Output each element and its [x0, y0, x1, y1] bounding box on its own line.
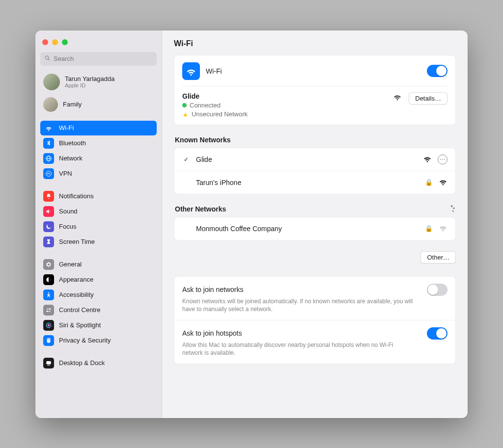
svg-point-10 [49, 311, 50, 312]
sidebar-item-sound[interactable]: Sound [40, 204, 157, 219]
sidebar-item-privacy[interactable]: Privacy & Security [40, 333, 157, 348]
svg-point-13 [48, 324, 50, 326]
svg-rect-15 [47, 365, 50, 365]
settings-window: Tarun Yarlagadda Apple ID Family Wi-Fi B… [35, 30, 468, 418]
sidebar-item-vpn[interactable]: VPN [40, 166, 157, 181]
network-name: Tarun's iPhone [196, 179, 241, 186]
setting-description: Allow this Mac to automatically discover… [182, 341, 413, 357]
network-name: Monmouth Coffee Company [196, 225, 282, 233]
family-avatar [43, 97, 58, 112]
svg-point-8 [47, 308, 48, 309]
family-label: Family [63, 101, 82, 108]
search-field[interactable] [40, 52, 157, 66]
sidebar-item-label: Accessibility [59, 291, 94, 298]
ask-join-hotspots-toggle[interactable] [427, 327, 447, 340]
appearance-icon [43, 274, 54, 285]
search-icon [44, 55, 51, 63]
sidebar-item-label: Screen Time [59, 238, 95, 245]
control-centre-icon [43, 305, 54, 316]
warning-icon: ▲ [182, 110, 189, 118]
wifi-settings-card: Ask to join networks Known networks will… [174, 276, 456, 365]
dock-icon [43, 358, 54, 369]
svg-point-7 [48, 292, 49, 293]
accessibility-icon [43, 290, 54, 300]
network-name: Glide [196, 156, 212, 163]
sidebar-item-controlcentre[interactable]: Control Centre [40, 303, 157, 317]
wifi-header-label: Wi-Fi [206, 67, 222, 75]
sidebar-item-label: Desktop & Dock [59, 359, 105, 367]
signal-strength-icon [439, 177, 447, 188]
siri-icon [43, 320, 54, 331]
sidebar-item-label: Siri & Spotlight [59, 321, 101, 329]
sidebar-item-general[interactable]: General [40, 257, 157, 272]
connection-status: Connected [182, 102, 248, 109]
sidebar-item-appearance[interactable]: Appearance [40, 272, 157, 287]
ask-join-networks-toggle[interactable] [427, 284, 447, 296]
svg-rect-9 [49, 308, 51, 309]
sidebar-item-siri[interactable]: Siri & Spotlight [40, 318, 157, 333]
bluetooth-icon [43, 138, 54, 149]
bell-icon [43, 191, 54, 202]
svg-point-5 [46, 171, 52, 176]
other-networks-title: Other Networks [175, 205, 226, 213]
network-icon [43, 153, 54, 164]
connection-warning: ▲ Unsecured Network [182, 110, 248, 118]
wifi-icon [43, 123, 54, 133]
minimize-window-button[interactable] [52, 39, 58, 45]
wifi-toggle[interactable] [427, 65, 447, 77]
account-sub: Apple ID [65, 82, 114, 88]
lock-icon: 🔒 [425, 179, 433, 186]
gear-icon [43, 259, 54, 270]
sidebar-item-label: Network [59, 155, 83, 162]
fullscreen-window-button[interactable] [62, 39, 68, 45]
more-options-button[interactable]: ⋯ [438, 155, 447, 164]
family-row[interactable]: Family [40, 95, 157, 114]
account-name: Tarun Yarlagadda [65, 75, 114, 82]
sidebar-item-label: Wi-Fi [59, 124, 74, 132]
network-row[interactable]: Monmouth Coffee Company 🔒 [174, 217, 455, 240]
hourglass-icon [43, 237, 54, 247]
main-content: Wi-Fi Wi-Fi Glide Connected [162, 30, 468, 418]
signal-strength-icon [393, 92, 402, 103]
sidebar-item-label: Privacy & Security [59, 337, 111, 344]
sidebar-item-desktop[interactable]: Desktop & Dock [40, 356, 157, 370]
setting-description: Known networks will be joined automatica… [182, 297, 413, 313]
network-row[interactable]: ✓ Glide ⋯ [174, 148, 455, 171]
window-controls [40, 36, 157, 52]
status-dot-icon [182, 103, 187, 107]
sidebar-item-screentime[interactable]: Screen Time [40, 235, 157, 249]
close-window-button[interactable] [42, 39, 48, 45]
sidebar-item-focus[interactable]: Focus [40, 219, 157, 234]
sidebar-item-notifications[interactable]: Notifications [40, 189, 157, 204]
sidebar: Tarun Yarlagadda Apple ID Family Wi-Fi B… [35, 30, 162, 418]
sidebar-item-label: VPN [59, 170, 72, 177]
loading-spinner-icon [447, 205, 455, 213]
other-network-button[interactable]: Other… [420, 251, 456, 264]
svg-rect-14 [46, 361, 51, 364]
sound-icon [43, 206, 54, 217]
network-row[interactable]: Tarun's iPhone 🔒 [174, 171, 455, 194]
sidebar-item-label: Control Centre [59, 306, 101, 314]
wifi-icon [182, 62, 200, 80]
details-button[interactable]: Details… [409, 92, 447, 105]
sidebar-item-bluetooth[interactable]: Bluetooth [40, 136, 157, 151]
known-networks-list: ✓ Glide ⋯ Tarun's iPhone 🔒 [174, 148, 456, 194]
signal-strength-icon [439, 223, 447, 234]
apple-id-row[interactable]: Tarun Yarlagadda Apple ID [40, 72, 157, 92]
lock-icon: 🔒 [425, 225, 433, 232]
sidebar-item-accessibility[interactable]: Accessibility [40, 288, 157, 302]
setting-title: Ask to join hotspots [182, 329, 242, 337]
svg-line-1 [48, 59, 50, 60]
sidebar-item-network[interactable]: Network [40, 151, 157, 166]
search-input[interactable] [54, 55, 153, 62]
sidebar-item-wifi[interactable]: Wi-Fi [40, 121, 157, 135]
moon-icon [43, 221, 54, 232]
signal-strength-icon [423, 154, 432, 165]
hand-icon [43, 335, 54, 346]
checkmark-icon: ✓ [182, 156, 190, 163]
sidebar-item-label: Sound [59, 208, 78, 215]
sidebar-item-label: Notifications [59, 192, 94, 200]
sidebar-item-label: Bluetooth [59, 139, 86, 147]
setting-title: Ask to join networks [182, 286, 244, 293]
svg-point-0 [45, 56, 49, 59]
